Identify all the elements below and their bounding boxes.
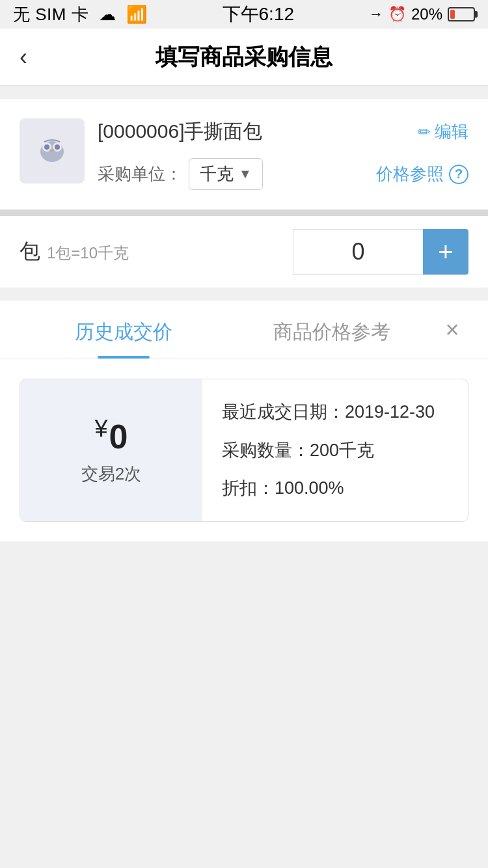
recent-date-row: 最近成交日期：2019-12-30 [222,399,448,426]
status-carrier: 无 SIM 卡 ☁ 📶 [13,3,148,26]
page-title: 填写商品采购信息 [156,42,332,72]
tab-header: 历史成交价 商品价格参考 × [0,301,488,359]
quantity-plus-button[interactable]: + [423,229,468,275]
unit-selector-group: 采购单位： 千克 ▼ [98,158,263,190]
status-bar: 无 SIM 卡 ☁ 📶 下午6:12 → ⏰ 20% [0,0,488,29]
battery-percent: 20% [411,5,442,23]
product-name: [0000006]手撕面包 [98,118,262,145]
svg-point-5 [49,149,55,152]
purchase-row: 采购单位： 千克 ▼ 价格参照 ? [98,158,468,190]
currency-symbol: ¥ [95,415,108,442]
section-separator [0,210,488,216]
product-logo-icon [33,129,72,174]
back-button[interactable]: ‹ [20,44,59,71]
history-transactions: 交易2次 [81,463,141,485]
edit-icon: ✏ [418,123,431,141]
quantity-row: 包 1包=10千克 0 + [0,216,488,288]
quantity-row-detail: 采购数量：200千克 [222,437,448,464]
tab-section: 历史成交价 商品价格参考 × ¥0 交易2次 最近成交日期：2019-12-30… [0,301,488,541]
history-content: ¥0 交易2次 最近成交日期：2019-12-30 采购数量：200千克 折扣：… [0,359,488,541]
discount-row: 折扣：100.00% [222,475,448,502]
quantity-control: 0 + [293,229,468,275]
svg-point-4 [55,144,60,150]
product-card: [0000006]手撕面包 ✏ 编辑 采购单位： 千克 ▼ 价格参照 ? [0,99,488,210]
unit-label: 包 [20,237,40,266]
dropdown-arrow-icon: ▼ [239,167,252,182]
nav-bar: ‹ 填写商品采购信息 [0,29,488,86]
product-info: [0000006]手撕面包 ✏ 编辑 采购单位： 千克 ▼ 价格参照 ? [98,118,468,190]
unit-info: 包 1包=10千克 [20,237,129,266]
history-card: ¥0 交易2次 最近成交日期：2019-12-30 采购数量：200千克 折扣：… [20,379,468,522]
status-time: 下午6:12 [223,2,295,27]
battery-icon [448,7,475,21]
history-price-panel: ¥0 交易2次 [20,379,202,521]
help-icon: ? [449,165,468,184]
tab-price-reference[interactable]: 商品价格参考 [228,301,436,359]
location-icon: → [369,6,383,23]
price-reference-button[interactable]: 价格参照 ? [376,163,468,185]
status-icons: → ⏰ 20% [369,5,475,23]
unit-conversion: 1包=10千克 [47,243,129,264]
battery-fill [450,10,455,19]
product-title-row: [0000006]手撕面包 ✏ 编辑 [98,118,468,145]
purchase-unit-label: 采购单位： [98,163,182,185]
product-thumbnail [20,118,85,183]
svg-point-3 [44,144,49,150]
quantity-display[interactable]: 0 [293,229,423,275]
edit-button[interactable]: ✏ 编辑 [418,120,468,143]
tab-history-price[interactable]: 历史成交价 [20,301,228,359]
product-header: [0000006]手撕面包 ✏ 编辑 采购单位： 千克 ▼ 价格参照 ? [20,118,468,190]
unit-dropdown[interactable]: 千克 ▼ [189,158,263,190]
tab-close-button[interactable]: × [436,314,468,346]
alarm-icon: ⏰ [388,6,406,23]
main-background [0,541,488,869]
history-detail-panel: 最近成交日期：2019-12-30 采购数量：200千克 折扣：100.00% [202,379,468,521]
history-price: ¥0 [95,415,128,456]
